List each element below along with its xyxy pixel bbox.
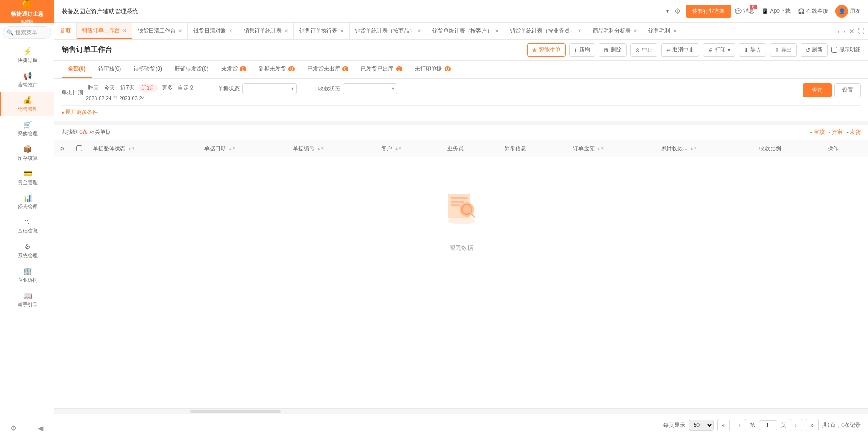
- set-btn[interactable]: 设置: [834, 83, 861, 97]
- prev-page-btn[interactable]: ‹: [734, 419, 746, 431]
- date-option-7days[interactable]: 近7天: [119, 83, 136, 93]
- sidebar-item-system[interactable]: ⚙ 系统管理: [0, 238, 54, 263]
- sidebar-item-finance[interactable]: 💳 资金管理: [0, 165, 54, 190]
- subtab-overdue-ship[interactable]: 到期未发货 0: [253, 61, 301, 78]
- tab-close-all-icon[interactable]: ✕: [848, 27, 855, 36]
- tab-cash-daily[interactable]: 钱货日清工作台 ✕: [132, 23, 188, 39]
- th-number[interactable]: 单据编号 ▲▼: [288, 140, 376, 157]
- first-page-btn[interactable]: «: [717, 419, 730, 431]
- table-scroll[interactable]: ⚙ 单据整体状态 ▲▼ 单据日期 ▲▼: [54, 140, 868, 408]
- delete-btn[interactable]: 🗑 删除: [599, 43, 627, 57]
- tab-sales-stat[interactable]: 销售订单统计表 ✕: [238, 23, 294, 39]
- horizontal-scrollbar[interactable]: [54, 408, 868, 414]
- system-dropdown[interactable]: ▾: [666, 8, 669, 14]
- subtab-all[interactable]: 全部(0): [62, 61, 92, 78]
- message-btn[interactable]: 💬 消息 6: [735, 7, 754, 15]
- tab-cash-reconcile-close[interactable]: ✕: [229, 28, 232, 33]
- subtab-pending-review[interactable]: 待审核(0): [92, 61, 128, 78]
- date-option-today[interactable]: 今天: [102, 83, 117, 93]
- tab-goods-profit-close[interactable]: ✕: [633, 28, 637, 33]
- tab-sales-stat-close[interactable]: ✕: [284, 28, 288, 33]
- tab-sales-profit-close[interactable]: ✕: [673, 28, 676, 33]
- refresh-btn[interactable]: ↺ 刷新: [801, 43, 828, 57]
- sidebar-item-enterprise[interactable]: 🏢 企业协同: [0, 263, 54, 287]
- tab-nav-prev-icon[interactable]: ‹: [837, 27, 841, 36]
- tab-sales-execute[interactable]: 销售订单执行表 ✕: [294, 23, 350, 39]
- select-all-checkbox[interactable]: [76, 145, 82, 151]
- sidebar-item-guide[interactable]: 📖 新手引导: [0, 287, 54, 312]
- subtab-shipped-out[interactable]: 已发货已出库 0: [355, 61, 408, 78]
- query-btn[interactable]: 查询: [803, 83, 832, 97]
- column-settings-icon[interactable]: ⚙: [60, 146, 65, 152]
- tab-home[interactable]: 首页: [54, 23, 77, 39]
- sidebar-item-basic[interactable]: 🗂 基础信息: [0, 214, 54, 238]
- tab-sales-stat-staff-close[interactable]: ✕: [578, 28, 581, 33]
- sidebar-item-marketing[interactable]: 📢 营销推广: [0, 67, 54, 92]
- th-status[interactable]: 单据整体状态 ▲▼: [87, 140, 199, 157]
- last-page-btn[interactable]: »: [806, 419, 819, 431]
- export-btn[interactable]: ⬆ 导出: [770, 43, 797, 57]
- batch-cancel-review-btn[interactable]: 弃审: [828, 128, 843, 136]
- subtab-shipped-not-out[interactable]: 已发货未出库 0: [301, 61, 355, 78]
- collapse-sidebar-btn[interactable]: ◀: [38, 424, 43, 432]
- date-option-yesterday[interactable]: 昨天: [86, 83, 101, 93]
- stop-btn[interactable]: ⊘ 中止: [630, 43, 657, 57]
- filter-collection-select-wrap: [343, 83, 397, 94]
- next-page-btn[interactable]: ›: [790, 419, 802, 431]
- tab-sales-workbench-close[interactable]: ✕: [123, 28, 126, 33]
- add-btn[interactable]: + 新增: [569, 43, 595, 57]
- tab-sales-stat-product[interactable]: 销货单统计表（按商品） ✕: [350, 23, 427, 39]
- settings-bottom-icon[interactable]: ⚙: [10, 424, 17, 432]
- show-detail-input[interactable]: [831, 47, 837, 53]
- date-option-custom[interactable]: 自定义: [176, 83, 196, 93]
- tab-sales-profit[interactable]: 销售毛利 ✕: [643, 23, 682, 39]
- filter-collection-select[interactable]: [343, 83, 397, 94]
- horizontal-scroll-thumb[interactable]: [190, 410, 281, 413]
- tab-sales-stat-product-close[interactable]: ✕: [417, 28, 421, 33]
- show-detail-checkbox[interactable]: 显示明细: [831, 46, 861, 54]
- tab-sales-stat-customer[interactable]: 销货单统计表（按客户） ✕: [427, 23, 504, 39]
- th-amount[interactable]: 订单金额 ▲▼: [567, 140, 656, 157]
- batch-ship-btn[interactable]: 发货: [846, 128, 861, 136]
- topbar-settings-icon[interactable]: ⚙: [674, 7, 681, 15]
- tab-cash-daily-close[interactable]: ✕: [178, 28, 182, 33]
- cancel-stop-btn[interactable]: ↩ 取消中止: [661, 43, 699, 57]
- user-menu[interactable]: 👤 用友: [835, 5, 861, 18]
- tab-nav-next-icon[interactable]: ›: [842, 27, 846, 36]
- tab-maximize-icon[interactable]: ⛶: [857, 27, 865, 36]
- subtab-not-shipped[interactable]: 未发货 0: [215, 61, 253, 78]
- service-btn[interactable]: 🎧 在线客服: [798, 7, 828, 15]
- sidebar-item-inventory[interactable]: 📦 库存核算: [0, 141, 54, 165]
- industry-btn[interactable]: 体验行业方案: [686, 5, 731, 18]
- th-customer[interactable]: 客户 ▲▼: [376, 140, 441, 157]
- per-page-select[interactable]: 50 10 20 100: [689, 420, 714, 431]
- sidebar-item-purchase[interactable]: 🛒 采购管理: [0, 116, 54, 141]
- tab-goods-profit[interactable]: 商品毛利分析表 ✕: [587, 23, 643, 39]
- date-option-1month[interactable]: 近1月: [138, 84, 158, 92]
- import-btn[interactable]: ⬇ 导入: [739, 43, 766, 57]
- th-checkbox[interactable]: [71, 140, 87, 157]
- date-option-more[interactable]: 更多: [160, 83, 174, 93]
- tab-sales-execute-close[interactable]: ✕: [340, 28, 344, 33]
- subtab-not-printed[interactable]: 未打印单据 0: [408, 61, 457, 78]
- tab-cash-reconcile[interactable]: 钱货日清对账 ✕: [188, 23, 238, 39]
- filter-status-select[interactable]: [242, 83, 297, 94]
- sidebar-item-sales[interactable]: 💰 销售管理: [0, 92, 54, 116]
- tab-sales-workbench[interactable]: 销售订单工作台 ✕: [77, 23, 132, 39]
- subtab-pending-inspection[interactable]: 待拣验货(0): [127, 61, 168, 78]
- page-input[interactable]: [759, 420, 777, 430]
- sidebar-item-quick-nav[interactable]: ⚡ 快捷导航: [0, 43, 54, 67]
- smart-generate-btn[interactable]: ★ 智能生单: [527, 43, 566, 57]
- expand-more-btn[interactable]: ▾ 展开更多条件: [62, 109, 861, 116]
- batch-review-btn[interactable]: 审核: [810, 128, 825, 136]
- app-download-btn[interactable]: 📱 App下载: [762, 7, 791, 15]
- subtab-wangpu-ship[interactable]: 旺铺待发货(0): [168, 61, 215, 78]
- th-settings[interactable]: ⚙: [54, 140, 71, 157]
- tab-sales-stat-staff[interactable]: 销货单统计表（按业务员） ✕: [504, 23, 587, 39]
- search-menu-btn[interactable]: 🔍 搜索菜单: [3, 26, 51, 39]
- print-btn[interactable]: 🖨 打印 ▾: [703, 43, 735, 57]
- th-collected[interactable]: 累计收款... ▲▼: [656, 140, 754, 157]
- sidebar-item-operation[interactable]: 📊 经营管理: [0, 190, 54, 214]
- th-date[interactable]: 单据日期 ▲▼: [199, 140, 288, 157]
- tab-sales-stat-customer-close[interactable]: ✕: [495, 28, 499, 33]
